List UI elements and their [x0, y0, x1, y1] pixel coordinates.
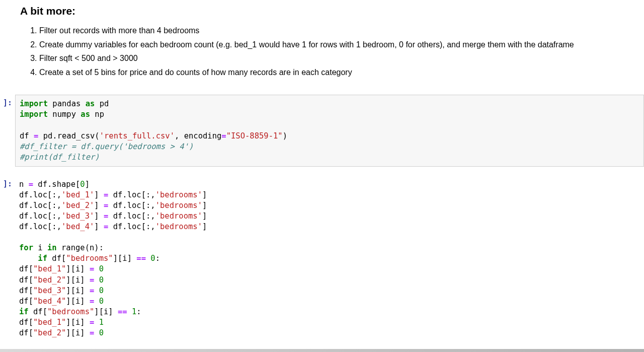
string: 'bedrooms' [155, 222, 202, 231]
code-text: ][i] [66, 328, 90, 337]
number: 1 [99, 318, 104, 327]
code-text: df.loc[:, [108, 222, 155, 231]
string: 'bed_1' [61, 190, 94, 199]
code-text: ][i] [66, 264, 90, 273]
operator: == [136, 254, 146, 263]
code-text [94, 297, 99, 306]
string: 'bedrooms' [155, 201, 202, 210]
code-text: ] [202, 222, 207, 231]
code-text: df.loc[:, [108, 212, 155, 221]
number: 0 [99, 297, 104, 306]
code-text [94, 318, 99, 327]
keyword: if [38, 254, 47, 263]
keyword: import [20, 99, 48, 108]
code-cell-2: ]: n = df.shape[0] df.loc[:,'bed_1'] = d… [0, 176, 644, 342]
code-text: ] [94, 212, 104, 221]
code-text: df[ [19, 286, 33, 295]
string: 'bedrooms' [155, 190, 202, 199]
operator: = [90, 297, 94, 306]
comment: #df_filter = df.query('bedrooms > 4') [20, 142, 193, 151]
number: 0 [99, 264, 104, 273]
keyword: as [86, 99, 95, 108]
number: 1 [132, 307, 136, 316]
code-text: df.loc[:, [19, 190, 61, 199]
string: "bed_1" [33, 318, 66, 327]
markdown-cell: A bit more: Filter out records with more… [0, 0, 644, 90]
number: 0 [80, 180, 85, 189]
code-text: , encoding [175, 131, 221, 140]
code-input-area[interactable]: import pandas as pd import numpy as np d… [15, 95, 644, 166]
keyword: as [80, 110, 90, 119]
operator: = [104, 222, 108, 231]
code-text: ] [202, 190, 207, 199]
code-text [94, 264, 99, 273]
markdown-list: Filter out records with more than 4 bedr… [20, 24, 624, 79]
code-text: ][i] [94, 307, 118, 316]
operator: = [90, 264, 94, 273]
code-text: pandas [48, 99, 86, 108]
operator: = [104, 212, 108, 221]
string: "bedrooms" [66, 254, 113, 263]
operator: = [34, 131, 38, 140]
code-text [94, 286, 99, 295]
code-text [19, 254, 38, 263]
code-text: range(n): [57, 243, 104, 252]
string: "bed_2" [33, 275, 66, 285]
list-item: Filter out records with more than 4 bedr… [39, 24, 624, 37]
markdown-heading: A bit more: [20, 5, 624, 17]
operator: = [90, 318, 94, 327]
keyword: for [19, 243, 33, 252]
code-text: df [20, 131, 34, 140]
number: 0 [150, 254, 155, 263]
input-prompt: ]: [0, 95, 15, 166]
list-item: Create a set of 5 bins for price and do … [39, 66, 624, 79]
list-item: Filter sqft < 500 and > 3000 [39, 52, 624, 65]
code-text: ] [94, 222, 104, 231]
code-text: ) [283, 131, 287, 140]
code-text: df.loc[:, [19, 212, 61, 221]
string: 'bed_3' [61, 212, 94, 221]
code-text: : [136, 307, 141, 316]
code-text: : [155, 254, 160, 263]
code-text: df[ [19, 275, 33, 285]
keyword: if [19, 307, 29, 316]
code-text: n [19, 180, 29, 189]
input-prompt: ]: [0, 176, 15, 342]
code-cell-1: ]: import pandas as pd import numpy as n… [0, 95, 644, 166]
code-text: ][i] [66, 318, 90, 327]
code-text: ][i] [113, 254, 137, 263]
operator: == [118, 307, 127, 316]
code-text: pd.read_csv( [38, 131, 99, 140]
code-text: df[ [29, 307, 47, 316]
list-item: Create dummy variables for each bedroom … [39, 38, 624, 51]
code-text: df[ [19, 297, 33, 306]
operator: = [90, 286, 94, 295]
string: 'bed_2' [61, 201, 94, 210]
code-text [94, 328, 99, 337]
operator: = [29, 180, 33, 189]
code-text: np [90, 110, 104, 119]
code-text: ] [202, 201, 207, 210]
code-input-area[interactable]: n = df.shape[0] df.loc[:,'bed_1'] = df.l… [15, 176, 644, 342]
string: "bed_1" [33, 264, 66, 273]
string: 'bed_4' [61, 222, 94, 231]
keyword: import [20, 110, 48, 119]
string: "ISO-8859-1" [226, 131, 283, 140]
code-text: ] [202, 212, 207, 221]
code-text: pd [95, 99, 109, 108]
code-text: df.loc[:, [19, 201, 61, 210]
horizontal-scrollbar[interactable] [0, 349, 644, 352]
number: 0 [99, 275, 104, 285]
code-text: df.loc[:, [108, 190, 155, 199]
code-text: df[ [47, 254, 66, 263]
code-text [94, 275, 99, 285]
code-text: ][i] [66, 297, 90, 306]
keyword: in [47, 243, 57, 252]
string: "bed_2" [33, 328, 66, 337]
code-text: numpy [48, 110, 80, 119]
code-text: df[ [19, 264, 33, 273]
operator: = [104, 201, 108, 210]
string: "bed_4" [33, 297, 66, 306]
code-text: ] [85, 180, 90, 189]
number: 0 [99, 286, 104, 295]
